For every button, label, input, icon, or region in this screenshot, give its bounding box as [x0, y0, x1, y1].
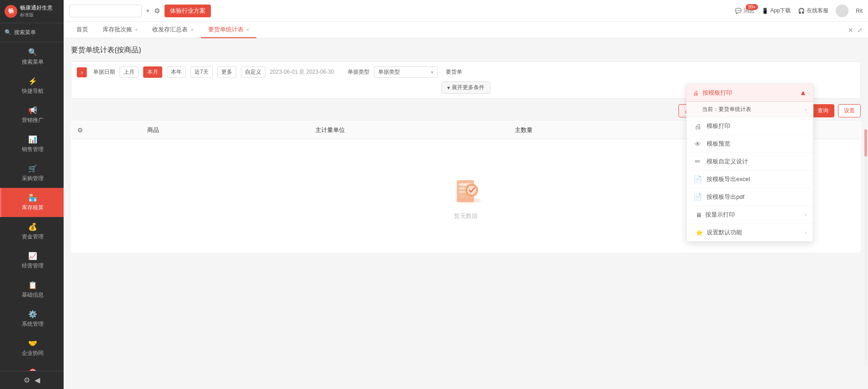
search-nav-label: 搜索菜单 [22, 58, 44, 66]
column-settings-icon[interactable]: ⚙ [77, 126, 83, 134]
topbar: ▾ ⚙ 体验行业方案 💬 消息 99+ 📱 App下载 🎧 在线客服 Rit [64, 0, 868, 22]
sidebar-search-section: 🔍 搜索菜单 [0, 23, 64, 42]
empty-state-illustration [445, 171, 486, 212]
th-settings[interactable]: ⚙ [71, 121, 90, 139]
date-btn-this-year[interactable]: 本年 [167, 66, 186, 78]
message-badge: 99+ [746, 4, 758, 10]
dropdown-item-template-preview[interactable]: 👁 模板预览 [687, 135, 813, 153]
headset-icon: 🎧 [798, 8, 805, 14]
expand-icon: ▾ [447, 85, 450, 91]
sidebar-nav: 🔍 搜索菜单 ⚡ 快捷导航 📢 营销推广 📊 销售管理 🛒 采购管理 🏪 库存核… [0, 42, 64, 371]
sidebar-item-sales[interactable]: 📊 销售管理 [0, 130, 64, 159]
finance-nav-label: 资金管理 [22, 233, 44, 241]
trial-button[interactable]: 体验行业方案 [165, 5, 211, 17]
export-excel-icon: 📄 [693, 175, 702, 183]
dropdown-current-template[interactable]: 当前：要货单统计表 › [687, 102, 813, 117]
sidebar-item-shortcut[interactable]: ⚡ 快捷导航 [0, 71, 64, 101]
collapse-icon[interactable]: ◀ [35, 376, 40, 384]
expand-window-button[interactable]: ⤢ [857, 26, 863, 34]
finance-nav-icon: 💰 [28, 222, 37, 231]
set-default-arrow: › [805, 229, 807, 236]
topbar-gear-icon[interactable]: ⚙ [154, 7, 160, 15]
sidebar-item-finance[interactable]: 💰 资金管理 [0, 217, 64, 246]
settings-icon[interactable]: ⚙ [24, 376, 30, 384]
set-default-icon: ⭐ [696, 229, 703, 236]
date-btn-last-month[interactable]: 上月 [120, 66, 139, 78]
basic-nav-label: 基础信息 [22, 291, 44, 299]
operations-nav-label: 经营管理 [22, 262, 44, 270]
tab-home[interactable]: 首页 [69, 22, 95, 38]
sidebar-logo: 畅 畅康通好生意 标准版 [0, 0, 64, 23]
date-btn-custom[interactable]: 自定义 [241, 66, 265, 78]
username-label[interactable]: Rit [856, 8, 863, 14]
sidebar-item-inventory[interactable]: 🏪 库存核算 [0, 188, 64, 217]
dropdown-item-export-pdf[interactable]: 📄 按模板导出pdf [687, 188, 813, 206]
display-print-arrow: › [805, 212, 807, 218]
dropdown-header-print-icon: 🖨 [693, 90, 699, 96]
sidebar-item-enterprise[interactable]: 🤝 企业协同 [0, 333, 64, 363]
dropdown-item-set-default[interactable]: ⭐ 设置默认功能 › [687, 224, 813, 242]
dropdown-header[interactable]: 🖨 按模板打印 ▲ [687, 84, 813, 102]
shortcut-nav-icon: ⚡ [28, 77, 37, 86]
logo-icon: 畅 [5, 5, 17, 18]
date-btn-7days[interactable]: 近7天 [190, 66, 213, 78]
search-menu-button[interactable]: 🔍 搜索菜单 [5, 27, 59, 38]
topbar-search-input[interactable] [69, 5, 142, 17]
purchase-nav-icon: 🛒 [28, 164, 37, 173]
template-print-icon: 🖨 [693, 122, 702, 130]
th-unit: 主计量单位 [217, 121, 444, 139]
dropdown-item-export-excel[interactable]: 📄 按模板导出excel [687, 171, 813, 188]
inventory-nav-label: 库存核算 [22, 204, 44, 212]
page-content: 要货单统计表(按商品) › 单据日期 上月 本月 本年 近7天 更多 自定义 2… [64, 38, 868, 389]
user-avatar[interactable] [836, 5, 848, 17]
tab-close-receipt[interactable]: × [190, 27, 193, 32]
filter-expand-arrow[interactable]: › [77, 67, 87, 77]
topbar-dropdown-arrow[interactable]: ▾ [146, 7, 150, 14]
mobile-icon: 📱 [762, 8, 768, 14]
sidebar: 畅 畅康通好生意 标准版 🔍 搜索菜单 🔍 搜索菜单 ⚡ 快捷导航 📢 营销推广… [0, 0, 64, 389]
tab-batch[interactable]: 库存批次账 × [95, 22, 145, 38]
date-filter-label: 单据日期 [93, 68, 115, 76]
sidebar-item-basic[interactable]: 📋 基础信息 [0, 275, 64, 304]
sidebar-item-system[interactable]: ⚙️ 系统管理 [0, 304, 64, 333]
sidebar-item-operations[interactable]: 📈 经营管理 [0, 246, 64, 275]
online-service-button[interactable]: 🎧 在线客服 [798, 7, 828, 15]
page-title: 要货单统计表(按商品) [71, 45, 861, 55]
type-select[interactable]: 单据类型 ▾ [374, 66, 438, 78]
sidebar-item-search[interactable]: 🔍 搜索菜单 [0, 42, 64, 71]
settings-button[interactable]: 设置 [838, 104, 861, 117]
marketing-nav-icon: 📢 [28, 106, 37, 115]
close-window-button[interactable]: ✕ [848, 26, 853, 34]
dropdown-item-template-design[interactable]: ✏ 模板自定义设计 [687, 153, 813, 171]
logo-title: 畅康通好生意 [20, 5, 53, 12]
query-button[interactable]: 查询 [812, 104, 834, 117]
purchase-nav-label: 采购管理 [22, 175, 44, 182]
tab-close-batch[interactable]: × [135, 27, 138, 32]
sidebar-item-marketing[interactable]: 📢 营销推广 [0, 101, 64, 130]
th-quantity: 主数量 [444, 121, 604, 139]
date-btn-more[interactable]: 更多 [217, 66, 236, 78]
dropdown-item-display-print[interactable]: 🖥 按显示打印 › [687, 206, 813, 224]
tab-receipt[interactable]: 收发存汇总表 × [145, 22, 200, 38]
basic-nav-icon: 📋 [28, 281, 37, 289]
dropdown-close-icon[interactable]: ▲ [799, 89, 807, 97]
topbar-right: 💬 消息 99+ 📱 App下载 🎧 在线客服 Rit [735, 5, 863, 17]
tab-order-stats[interactable]: 要货单统计表 × [201, 22, 256, 38]
template-preview-icon: 👁 [693, 140, 702, 148]
app-download-button[interactable]: 📱 App下载 [762, 7, 791, 15]
sales-nav-icon: 📊 [28, 135, 37, 144]
scrollbar-thumb[interactable] [864, 129, 867, 157]
empty-text: 暂无数据 [454, 212, 478, 220]
sidebar-item-guide[interactable]: 🎯 新手引导 [0, 363, 64, 371]
logo-subtitle: 标准版 [20, 12, 53, 18]
search-nav-icon: 🔍 [28, 48, 37, 56]
tab-close-order-stats[interactable]: × [246, 27, 249, 32]
message-button[interactable]: 💬 消息 99+ [735, 7, 754, 15]
expand-conditions-button[interactable]: ▾ 展开更多条件 [441, 81, 490, 94]
export-pdf-icon: 📄 [693, 193, 702, 201]
operations-nav-icon: 📈 [28, 252, 37, 260]
sidebar-item-purchase[interactable]: 🛒 采购管理 [0, 159, 64, 188]
dropdown-item-template-print[interactable]: 🖨 模板打印 [687, 117, 813, 135]
date-btn-this-month[interactable]: 本月 [143, 66, 162, 78]
shortcut-nav-label: 快捷导航 [22, 87, 44, 95]
